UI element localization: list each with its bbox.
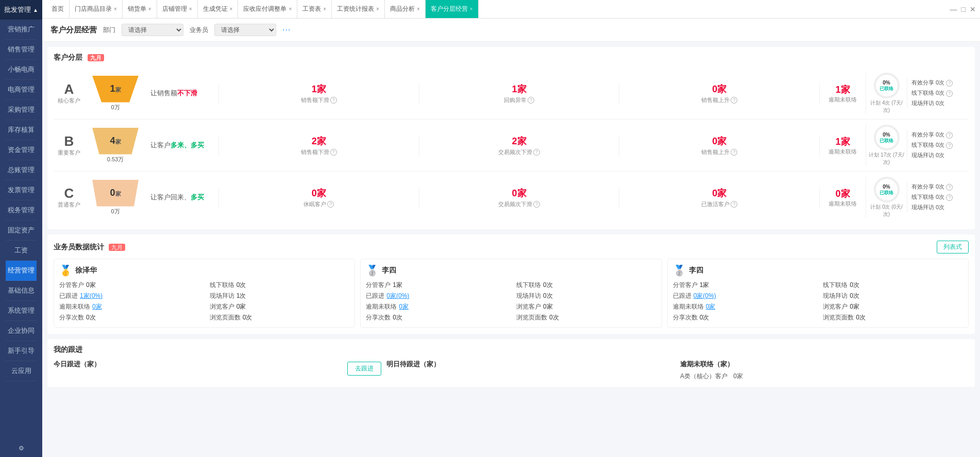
sidebar-item-基础信息[interactable]: 基础信息 [6, 281, 37, 301]
salesman-stat-6: 分享次数 0次 [673, 313, 813, 322]
tab-工资表[interactable]: 工资表 × [297, 0, 332, 19]
sidebar-item-资金管理[interactable]: 资金管理 [6, 140, 37, 160]
tab-close-icon[interactable]: × [230, 6, 233, 12]
window-maximize-icon[interactable]: □ [961, 5, 966, 13]
sidebar-item-新手引导[interactable]: 新手引导 [6, 341, 37, 361]
tab-close-icon[interactable]: × [289, 6, 292, 12]
sidebar-item-发票管理[interactable]: 发票管理 [6, 180, 37, 200]
tab-close-icon[interactable]: × [323, 6, 326, 12]
tier-row-A: A 核心客户 1家 0万 让销售额不下滑 1家 销售额下滑 ? 1家 回购异常 … [54, 67, 969, 120]
stat-block-1: 2家 销售额下滑 ? [218, 135, 419, 156]
tab-门店商品目录[interactable]: 门店商品目录 × [70, 0, 123, 19]
customer-month-tag: 九月 [88, 54, 104, 61]
sidebar-item-固定资产[interactable]: 固定资产 [6, 221, 37, 241]
sidebar-item-营销推广[interactable]: 营销推广 [6, 20, 37, 40]
customer-tier-section: 客户分层 九月 A 核心客户 1家 0万 让销售额不下滑 1家 销售额下滑 ? … [47, 47, 975, 229]
tier-label-A: A 核心客户 [54, 82, 85, 105]
tab-close-icon[interactable]: × [148, 6, 151, 12]
tab-生成凭证[interactable]: 生成凭证 × [198, 0, 239, 19]
tab-close-icon[interactable]: × [376, 6, 379, 12]
tab-首页[interactable]: 首页 [46, 0, 70, 19]
salesman-medal: 🥈 [366, 264, 379, 277]
side-stats-A: 有效分享 0次 ? 线下联络 0次 ? 现场拜访 0次 [907, 78, 969, 108]
salesman-medal: 🥈 [673, 264, 686, 277]
salesman-stat-4: 逾期未联络 0家 [366, 302, 506, 311]
tab-close-icon[interactable]: × [189, 6, 192, 12]
sidebar-item-企业协同[interactable]: 企业协同 [6, 321, 37, 341]
salesman-card-0: 🥇 徐泽华 分管客户 0家 线下联络 0次 已跟进 1家(0%) 现场拜访 1次… [54, 259, 355, 328]
sidebar-header: 批发管理 ▲ [0, 0, 42, 20]
sidebar-item-经营管理[interactable]: 经营管理 [6, 261, 37, 281]
followup-section: 我的跟进 今日跟进（家） 去跟进 明日待跟进（家） 逾期未联络（家） A类（核心… [47, 339, 975, 387]
dept-label: 部门 [103, 26, 115, 35]
window-close-icon[interactable]: ✕ [970, 5, 976, 13]
sales-select[interactable]: 请选择 [214, 24, 276, 36]
salesman-stat-5: 浏览客户 0家 [210, 302, 350, 311]
salesman-stat-7: 浏览页面数 0次 [516, 313, 656, 322]
stat-block-3: 0家 已激活客户 ? [619, 187, 819, 208]
sidebar-item-工资[interactable]: 工资 [6, 241, 37, 261]
sales-label: 业务员 [190, 26, 208, 35]
salesman-stat-6: 分享次数 0次 [366, 313, 506, 322]
followup-grid: 今日跟进（家） 去跟进 明日待跟进（家） 逾期未联络（家） A类（核心）客户 0… [54, 360, 969, 381]
salesman-stat-5: 浏览客户 0家 [823, 302, 963, 311]
sidebar-item-销售管理[interactable]: 销售管理 [6, 40, 37, 60]
page-title: 客户分层经营 [50, 25, 97, 35]
sidebar-item-系统管理[interactable]: 系统管理 [6, 301, 37, 321]
salesman-stat-0: 分管客户 0家 [59, 281, 199, 290]
tier-count-C: 0家 0万 [90, 180, 141, 215]
stat-block-3: 0家 销售额上升 ? [619, 135, 819, 156]
tier-stats-B: 2家 销售额下滑 ? 2家 交易频次下滑 ? 0家 销售额上升 ? 1家 逾期未… [218, 125, 969, 166]
salesman-medal: 🥇 [59, 264, 72, 277]
sidebar-item-电商管理[interactable]: 电商管理 [6, 80, 37, 100]
tab-客户分层经营[interactable]: 客户分层经营 × [426, 0, 479, 19]
salesman-name: 徐泽华 [75, 266, 97, 275]
settings-icon[interactable]: ⚙ [0, 439, 42, 457]
side-stats-B: 有效分享 0次 ? 线下联络 0次 ? 现场拜访 0次 [907, 130, 969, 160]
sidebar-item-云应用[interactable]: 云应用 [6, 361, 37, 381]
tab-close-icon[interactable]: × [417, 6, 420, 12]
tab-应收应付调整单[interactable]: 应收应付调整单 × [238, 0, 297, 19]
tomorrow-followup-title: 明日待跟进（家） [386, 360, 675, 369]
sidebar-item-库存核算[interactable]: 库存核算 [6, 120, 37, 140]
contact-block-B: 1家 逾期未联络 [819, 136, 866, 156]
salesman-section-title: 业务员数据统计 九月 [54, 243, 125, 252]
overdue-followup-col: 逾期未联络（家） A类（核心）客户 0家 [680, 360, 969, 381]
tab-商品分析[interactable]: 商品分析 × [385, 0, 426, 19]
sidebar-item-小畅电商[interactable]: 小畅电商 [6, 60, 37, 80]
sidebar-toggle-icon[interactable]: ▲ [33, 7, 38, 13]
dept-select[interactable]: 请选择 [122, 24, 183, 36]
stat-block-2: 0家 交易频次下滑 ? [419, 187, 619, 208]
tab-店铺管理[interactable]: 店铺管理 × [157, 0, 198, 19]
tier-label-C: C 普通客户 [54, 187, 85, 209]
tier-row-B: B 重要客户 4家 0.53万 让客户多来、多买 2家 销售额下滑 ? 2家 交… [54, 120, 969, 172]
tab-close-icon[interactable]: × [470, 6, 473, 12]
sidebar-item-税务管理[interactable]: 税务管理 [6, 200, 37, 221]
salesman-stat-2: 已跟进 0家(0%) [366, 292, 506, 300]
salesman-card-2: 🥈 李四 分管客户 1家 线下联络 0次 已跟进 0家(0%) 现场拜访 0次 … [667, 259, 969, 328]
salesman-section-header: 业务员数据统计 九月 列表式 [54, 241, 969, 253]
tab-工资统计报表[interactable]: 工资统计报表 × [332, 0, 385, 19]
tab-销货单[interactable]: 销货单 × [123, 0, 157, 19]
sidebar-item-采购管理[interactable]: 采购管理 [6, 100, 37, 120]
salesman-name: 李四 [689, 266, 703, 275]
goto-followup-button[interactable]: 去跟进 [347, 362, 381, 376]
tab-close-icon[interactable]: × [114, 6, 117, 12]
salesman-stats-grid: 分管客户 1家 线下联络 0次 已跟进 0家(0%) 现场拜访 0次 逾期未联络… [673, 281, 963, 322]
more-options-icon[interactable]: ··· [282, 25, 291, 35]
salesman-stat-1: 线下联络 0次 [516, 281, 656, 290]
window-minimize-icon[interactable]: — [950, 5, 957, 13]
salesman-stats-grid: 分管客户 1家 线下联络 0次 已跟进 0家(0%) 现场拜访 0次 逾期未联络… [366, 281, 656, 322]
salesman-stat-2: 已跟进 1家(0%) [59, 292, 199, 300]
salesman-stat-5: 浏览客户 0家 [516, 302, 656, 311]
tomorrow-followup-col: 明日待跟进（家） [386, 360, 675, 372]
salesman-stat-0: 分管客户 1家 [673, 281, 813, 290]
salesman-header: 🥈 李四 [673, 264, 963, 277]
sidebar-item-总账管理[interactable]: 总账管理 [6, 160, 37, 180]
salesman-stats-grid: 分管客户 0家 线下联络 0次 已跟进 1家(0%) 现场拜访 1次 逾期未联络… [59, 281, 349, 322]
circle-block-A: 0% 已联络 计划 4次 (7天/次) [866, 73, 907, 114]
list-view-button[interactable]: 列表式 [937, 241, 969, 253]
salesman-month-tag: 九月 [109, 244, 125, 251]
tier-action-B: 让客户多来、多买 [146, 141, 213, 150]
salesman-header: 🥈 李四 [366, 264, 656, 277]
